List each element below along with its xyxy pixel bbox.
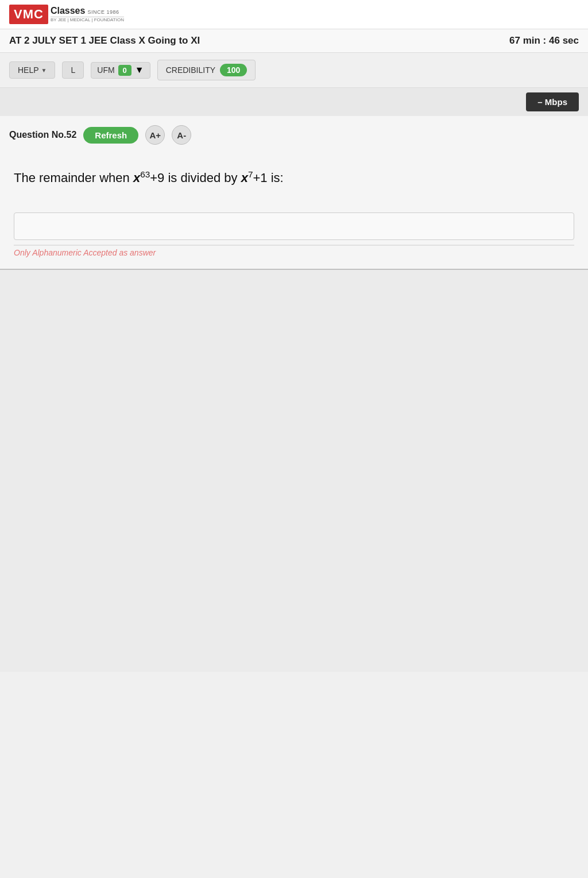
question-text-part2: +9 is divided by (150, 171, 241, 185)
question-math1: x (133, 171, 140, 185)
question-exp1: 63 (140, 169, 150, 179)
l-button[interactable]: L (62, 61, 84, 79)
question-content: The remainder when x63+9 is divided by x… (9, 156, 579, 199)
speed-bar: – Mbps (0, 88, 588, 116)
logo-classes-label: Classes (51, 6, 86, 16)
credibility-area: CREDIBILITY 100 (157, 60, 256, 80)
help-button[interactable]: HELP ▼ (9, 61, 55, 79)
font-increase-button[interactable]: A+ (145, 125, 165, 145)
logo-icon: VMC (9, 5, 48, 24)
question-text-part3: +1 is: (253, 171, 283, 185)
bottom-area (0, 270, 588, 672)
refresh-button[interactable]: Refresh (83, 127, 138, 144)
toolbar: HELP ▼ L UFM 0 ▼ CREDIBILITY 100 (0, 53, 588, 88)
answer-input[interactable] (14, 212, 574, 240)
question-area: Question No.52 Refresh A+ A- The remaind… (0, 116, 588, 269)
ufm-badge: 0 (118, 65, 131, 76)
logo-text: Classes SINCE 1986 BY JEE | MEDICAL | FO… (51, 6, 124, 22)
logo-since-label: SINCE 1986 (87, 10, 119, 16)
ufm-dropdown-icon: ▼ (135, 65, 144, 75)
logo-tagline-label: BY JEE | MEDICAL | FOUNDATION (51, 17, 124, 23)
speed-badge: – Mbps (526, 92, 579, 111)
timer-colon: min : (523, 35, 549, 46)
credibility-label: CREDIBILITY (166, 65, 215, 75)
answer-area: Only Alphanumeric Accepted as answer (9, 212, 579, 260)
ufm-label: UFM (97, 65, 114, 75)
help-dropdown-icon: ▼ (41, 67, 47, 74)
l-label: L (71, 65, 75, 75)
question-math2: x (241, 171, 248, 185)
timer-unit: sec (563, 35, 579, 46)
exam-timer: 67 min : 46 sec (509, 35, 579, 47)
answer-hint: Only Alphanumeric Accepted as answer (14, 245, 574, 260)
font-decrease-button[interactable]: A- (172, 125, 191, 145)
ufm-area: UFM 0 ▼ (91, 62, 150, 79)
question-number: Question No.52 (9, 130, 76, 140)
question-text-part1: The remainder when (14, 171, 133, 185)
timer-minutes: 67 (509, 35, 520, 46)
exam-bar: AT 2 JULY SET 1 JEE Class X Going to XI … (0, 29, 588, 53)
question-header: Question No.52 Refresh A+ A- (9, 125, 579, 145)
help-label: HELP (18, 65, 39, 75)
logo-area: VMC Classes SINCE 1986 BY JEE | MEDICAL … (9, 5, 124, 24)
credibility-badge: 100 (220, 64, 247, 76)
exam-title: AT 2 JULY SET 1 JEE Class X Going to XI (9, 35, 200, 47)
header: VMC Classes SINCE 1986 BY JEE | MEDICAL … (0, 0, 588, 29)
timer-seconds: 46 (549, 35, 560, 46)
